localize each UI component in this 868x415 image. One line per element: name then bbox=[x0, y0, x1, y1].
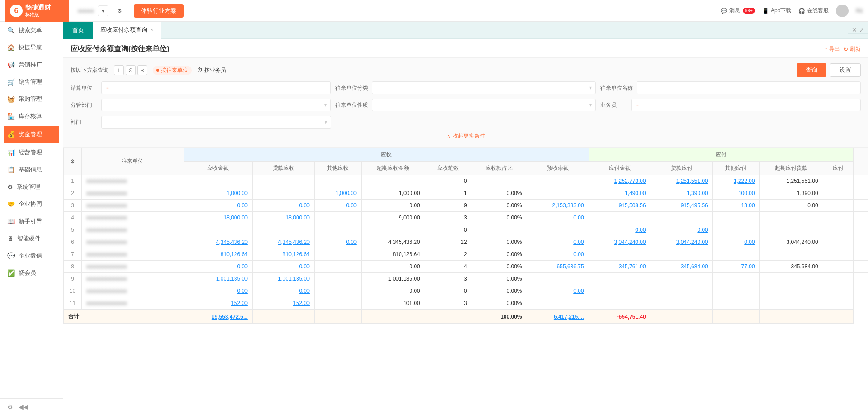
cell-daikuan-yingshou[interactable]: 810,126.64 bbox=[252, 248, 314, 261]
add-filter-button[interactable]: + bbox=[114, 65, 124, 75]
cell-yushou-balance[interactable]: 0.00 bbox=[527, 285, 589, 297]
cell-daikuan-yingfu[interactable]: 0.00 bbox=[651, 224, 712, 236]
cell-daikuan-yingfu[interactable]: 915,495.56 bbox=[651, 200, 712, 212]
sidebar-item-wechat[interactable]: 💬 企业微信 bbox=[0, 247, 63, 264]
refresh-button[interactable]: ↻ 刷新 bbox=[844, 45, 861, 53]
summary-yushou-balance[interactable]: 6,417,215.... bbox=[527, 310, 589, 324]
cell-yushou-balance[interactable]: 0.00 bbox=[527, 248, 589, 261]
sidebar-item-member[interactable]: ✅ 畅会员 bbox=[0, 264, 63, 281]
message-item[interactable]: 💬 消息 99+ bbox=[721, 7, 755, 14]
app-download-item[interactable]: 📱 App下载 bbox=[762, 7, 791, 14]
cell-yingfu-amount[interactable]: 915,508.56 bbox=[589, 200, 651, 212]
sidebar-item-enterprise[interactable]: 🤝 企业协同 bbox=[0, 196, 63, 213]
sidebar-item-marketing[interactable]: 📢 营销推广 bbox=[0, 56, 63, 73]
cell-daikuan-yingshou[interactable]: 0.00 bbox=[252, 261, 314, 273]
cell-yushou-balance[interactable]: 0.00 bbox=[527, 236, 589, 248]
filter-by-partner[interactable]: 按往来单位 bbox=[153, 66, 192, 75]
summary-daikuan-yingshou bbox=[252, 310, 314, 324]
cell-daikuan-yingshou[interactable]: 4,345,436.20 bbox=[252, 236, 314, 248]
tab-query[interactable]: 应收应付余额查询 ✕ bbox=[93, 22, 161, 39]
cell-yushou-balance[interactable]: 655,636.75 bbox=[527, 261, 589, 273]
cell-yingfu-amount[interactable]: 1,490.00 bbox=[589, 187, 651, 200]
settings-filter-button[interactable]: ⊙ bbox=[126, 65, 136, 75]
cell-yushou-balance bbox=[527, 224, 589, 236]
cell-yingshou-amount[interactable]: 0.00 bbox=[184, 261, 252, 273]
tab-close-window-icon[interactable]: ✕ bbox=[852, 26, 857, 33]
partner-name-input[interactable] bbox=[637, 81, 861, 94]
sidebar-item-inventory[interactable]: 🏪 库存核算 bbox=[0, 108, 63, 125]
cell-other-yingshou[interactable]: 0.00 bbox=[314, 236, 361, 248]
cell-other-yingfu[interactable]: 1,222.00 bbox=[712, 175, 760, 187]
cell-other-yingfu[interactable]: 77.00 bbox=[712, 261, 760, 273]
cell-other-yingfu[interactable]: 100.00 bbox=[712, 187, 760, 200]
cell-yushou-balance[interactable]: 2,153,333.00 bbox=[527, 200, 589, 212]
sidebar-item-sales[interactable]: 🛒 销售管理 bbox=[0, 73, 63, 91]
collapse-filter-button[interactable]: « bbox=[137, 65, 147, 75]
cell-daikuan-yingfu[interactable]: 1,251,551.00 bbox=[651, 175, 712, 187]
cell-yingfu-amount[interactable]: 345,761.00 bbox=[589, 261, 651, 273]
cell-yingshou-amount[interactable]: 810,126.64 bbox=[184, 248, 252, 261]
cell-yingshou-amount[interactable]: 0.00 bbox=[184, 285, 252, 297]
cell-daikuan-yingfu[interactable]: 345,684.00 bbox=[651, 261, 712, 273]
cell-daikuan-yingfu[interactable]: 1,390.00 bbox=[651, 187, 712, 200]
table-row: 5xxxxxxxxxxxxxxx00.000.00 bbox=[64, 224, 868, 236]
jiesuan-input[interactable]: ··· bbox=[101, 81, 331, 94]
salesperson-input[interactable]: ··· bbox=[631, 99, 861, 111]
settings-gear-icon[interactable]: ⚙ bbox=[112, 4, 127, 18]
cell-yingshou-amount[interactable]: 0.00 bbox=[184, 200, 252, 212]
query-button[interactable]: 查询 bbox=[797, 63, 826, 77]
partner-nature-input[interactable]: ▾ bbox=[372, 99, 596, 111]
summary-yingshou-amount[interactable]: 19,553,472,6... bbox=[184, 310, 252, 324]
dept-input[interactable]: ▾ bbox=[101, 116, 331, 129]
cell-other-yingfu[interactable]: 0.00 bbox=[712, 236, 760, 248]
cell-daikuan-yingshou[interactable]: 152.00 bbox=[252, 297, 314, 310]
cell-daikuan-yingshou[interactable]: 0.00 bbox=[252, 200, 314, 212]
tab-fullscreen-icon[interactable]: ⤢ bbox=[859, 26, 864, 33]
breadcrumb-dropdown[interactable]: ▾ bbox=[98, 5, 108, 16]
th-config[interactable]: ⚙ bbox=[64, 148, 82, 175]
cell-yingfu-amount[interactable]: 1,252,773.00 bbox=[589, 175, 651, 187]
collapse-bar[interactable]: ∧ 收起更多条件 bbox=[71, 130, 861, 142]
sidebar-label-guide: 新手引导 bbox=[19, 217, 42, 225]
cell-daikuan-yingshou[interactable]: 1,001,135.00 bbox=[252, 273, 314, 285]
sidebar-item-guide[interactable]: 📖 新手引导 bbox=[0, 213, 63, 230]
cell-yushou-balance[interactable]: 0.00 bbox=[527, 212, 589, 224]
cell-yingfu-amount[interactable]: 3,044,240.00 bbox=[589, 236, 651, 248]
promo-button[interactable]: 体验行业方案 bbox=[134, 4, 184, 18]
cell-daikuan-yingshou[interactable]: 18,000.00 bbox=[252, 212, 314, 224]
sidebar-item-quick-nav[interactable]: 🏠 快捷导航 bbox=[0, 39, 63, 56]
export-button[interactable]: ↑ 导出 bbox=[825, 45, 840, 53]
sidebar-settings-icon[interactable]: ⚙ bbox=[7, 403, 13, 410]
cell-yingshou-count: 1 bbox=[425, 187, 472, 200]
cell-yingshou-amount[interactable]: 1,001,135.00 bbox=[184, 273, 252, 285]
cell-other-yingfu[interactable]: 13.00 bbox=[712, 200, 760, 212]
cell-daikuan-yingshou[interactable]: 0.00 bbox=[252, 285, 314, 297]
cell-other-yingshou[interactable]: 1,000.00 bbox=[314, 187, 361, 200]
sidebar-collapse-icon[interactable]: ◀◀ bbox=[19, 403, 28, 410]
dept-manage-input[interactable]: ▾ bbox=[101, 99, 331, 111]
sidebar-item-basic-info[interactable]: 📋 基础信息 bbox=[0, 161, 63, 178]
cell-yingshou-amount[interactable]: 18,000.00 bbox=[184, 212, 252, 224]
cell-yingfu-amount[interactable]: 0.00 bbox=[589, 224, 651, 236]
sidebar-item-search[interactable]: 🔍 搜索菜单 bbox=[0, 22, 63, 39]
sidebar-item-smart-hw[interactable]: 🖥 智能硬件 bbox=[0, 230, 63, 247]
partner-category-input[interactable]: ▾ bbox=[372, 81, 596, 94]
online-service-item[interactable]: 🎧 在线客服 bbox=[798, 7, 829, 14]
filter-by-salesperson[interactable]: ⏱ 按业务员 bbox=[193, 66, 230, 75]
sidebar-item-management[interactable]: 📊 经营管理 bbox=[0, 144, 63, 161]
user-avatar[interactable] bbox=[836, 5, 849, 17]
sidebar-item-purchase[interactable]: 🧺 采购管理 bbox=[0, 91, 63, 108]
cell-yingshou-amount[interactable]: 152.00 bbox=[184, 297, 252, 310]
sidebar-item-sys-manage[interactable]: ⚙ 系统管理 bbox=[0, 178, 63, 196]
cell-yingshou-amount[interactable]: 4,345,436.20 bbox=[184, 236, 252, 248]
settings-button[interactable]: 设置 bbox=[830, 63, 861, 77]
cell-yingshou-amount[interactable]: 1,000.00 bbox=[184, 187, 252, 200]
tab-close-icon[interactable]: ✕ bbox=[150, 27, 154, 32]
th-group-yingfu: 应付 bbox=[589, 148, 854, 162]
tab-home[interactable]: 首页 bbox=[63, 22, 93, 39]
cell-other-yingshou[interactable]: 0.00 bbox=[314, 200, 361, 212]
cell-daikuan-yingfu[interactable]: 3,044,240.00 bbox=[651, 236, 712, 248]
sidebar-item-finance[interactable]: 💰 资金管理 bbox=[4, 126, 59, 143]
form-item-partner-name: 往来单位名称 bbox=[600, 81, 861, 94]
cell-overdue-yingfu: 0.00 bbox=[760, 200, 823, 212]
